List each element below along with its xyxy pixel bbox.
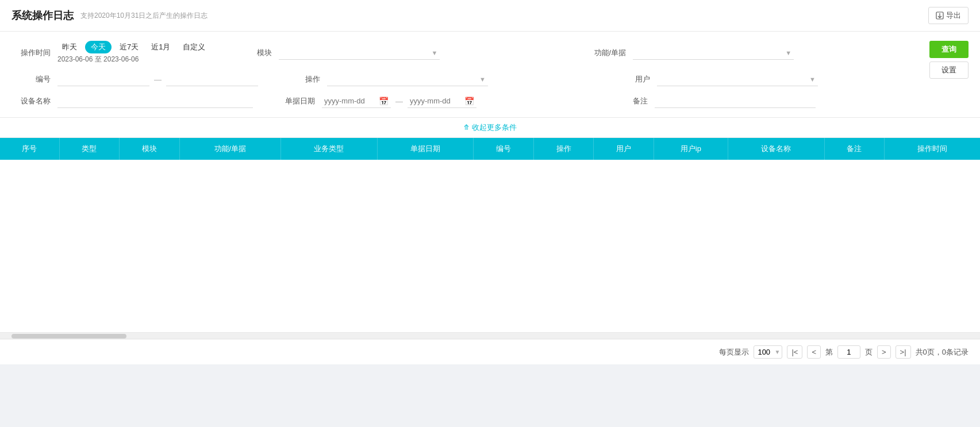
scrollbar-inner — [0, 334, 980, 339]
filter-row-3: 设备名称 单据日期 📅 — 📅 备注 — [11, 94, 918, 108]
table-container: 序号类型模块功能/单据业务类型单据日期编号操作用户用户ip设备名称备注操作时间 — [0, 138, 980, 332]
data-table: 序号类型模块功能/单据业务类型单据日期编号操作用户用户ip设备名称备注操作时间 — [0, 138, 980, 160]
settings-button[interactable]: 设置 — [929, 61, 969, 79]
feature-label: 功能/单据 — [587, 48, 633, 58]
filter-rows: 操作时间 昨天 今天 近7天 近1月 自定义 2023-06-06 至 2023… — [11, 41, 918, 108]
time-buttons: 昨天 今天 近7天 近1月 自定义 — [57, 41, 210, 53]
scrollbar-area[interactable] — [0, 332, 980, 339]
table-header-cell: 功能/单据 — [179, 138, 280, 160]
module-select-wrapper: ▼ — [279, 46, 440, 60]
operation-time-label: 操作时间 — [11, 48, 57, 58]
collapse-label: 收起更多条件 — [472, 123, 517, 132]
calendar-to-icon[interactable]: 📅 — [464, 97, 474, 106]
device-label: 设备名称 — [11, 96, 57, 106]
filter-row-2: 编号 — 操作 ▼ 用户 — [11, 72, 918, 86]
table-header-cell: 类型 — [59, 138, 119, 160]
feature-select[interactable] — [633, 46, 794, 60]
operation-group: 操作 ▼ — [281, 72, 588, 86]
number-from-input[interactable] — [57, 72, 149, 86]
scrollbar-thumb[interactable] — [11, 334, 126, 338]
page-header: 系统操作日志 支持2020年10月31日之后产生的操作日志 导出 — [0, 0, 980, 32]
time-btn-yesterday[interactable]: 昨天 — [57, 41, 82, 53]
feature-group: 功能/单据 ▼ — [587, 46, 918, 60]
page-label: 第 — [825, 347, 833, 357]
pagination-bar: 每页显示 50 100 200 500 ▼ |< < 第 页 > >| 共0页，… — [0, 339, 980, 364]
empty-area — [0, 160, 980, 332]
module-group: 模块 ▼ — [233, 46, 564, 60]
device-input[interactable] — [57, 94, 253, 108]
module-select[interactable] — [279, 46, 440, 60]
query-button[interactable]: 查询 — [929, 41, 969, 58]
collapse-bar[interactable]: ⤊ 收起更多条件 — [0, 118, 980, 138]
table-header-cell: 备注 — [824, 138, 884, 160]
table-header-cell: 用户ip — [654, 138, 728, 160]
table-header-cell: 设备名称 — [728, 138, 824, 160]
table-header-cell: 业务类型 — [281, 138, 378, 160]
time-btn-1month[interactable]: 近1月 — [147, 41, 175, 53]
date-from-wrapper: 📅 — [322, 94, 391, 108]
page-input[interactable] — [837, 345, 860, 359]
date-range-display: 2023-06-06 至 2023-06-06 — [57, 55, 210, 64]
user-group: 用户 ▼ — [611, 72, 918, 86]
filter-panel: 操作时间 昨天 今天 近7天 近1月 自定义 2023-06-06 至 2023… — [0, 32, 980, 118]
page-size-wrapper: 50 100 200 500 ▼ — [754, 345, 782, 359]
collapse-icon: ⤊ — [463, 123, 470, 132]
filter-rows-wrapper: 操作时间 昨天 今天 近7天 近1月 自定义 2023-06-06 至 2023… — [11, 41, 969, 108]
table-header-cell: 模块 — [120, 138, 179, 160]
number-label: 编号 — [11, 74, 57, 84]
operation-label: 操作 — [281, 74, 327, 84]
time-btn-7days[interactable]: 近7天 — [115, 41, 143, 53]
operation-select[interactable] — [327, 72, 488, 86]
time-col: 昨天 今天 近7天 近1月 自定义 2023-06-06 至 2023-06-0… — [57, 41, 210, 64]
page-subtitle: 支持2020年10月31日之后产生的操作日志 — [80, 11, 207, 21]
export-button[interactable]: 导出 — [928, 7, 969, 24]
number-to-input[interactable] — [166, 72, 258, 86]
feature-select-wrapper: ▼ — [633, 46, 794, 60]
table-header-cell: 用户 — [594, 138, 654, 160]
module-label: 模块 — [233, 48, 279, 58]
action-buttons: 查询 设置 — [929, 41, 969, 79]
date-group: 单据日期 📅 — 📅 — [276, 94, 586, 108]
page-size-select[interactable]: 50 100 200 500 — [754, 345, 782, 359]
date-dash: — — [395, 97, 403, 106]
table-header-cell: 序号 — [0, 138, 59, 160]
remark-label: 备注 — [609, 96, 655, 106]
last-page-button[interactable]: >| — [896, 345, 911, 359]
page-unit: 页 — [865, 347, 873, 357]
table-header-cell: 单据日期 — [377, 138, 474, 160]
remark-input[interactable] — [655, 94, 816, 108]
export-icon — [936, 11, 944, 20]
time-btn-custom[interactable]: 自定义 — [178, 41, 210, 53]
table-header-cell: 操作 — [533, 138, 593, 160]
calendar-from-icon[interactable]: 📅 — [379, 97, 389, 106]
time-btn-today[interactable]: 今天 — [85, 41, 112, 53]
table-header-cell: 操作时间 — [884, 138, 980, 160]
number-dash: — — [154, 75, 162, 84]
user-select[interactable] — [657, 72, 818, 86]
remark-group: 备注 — [609, 94, 918, 108]
operation-select-wrapper: ▼ — [327, 72, 488, 86]
filter-row-1: 操作时间 昨天 今天 近7天 近1月 自定义 2023-06-06 至 2023… — [11, 41, 918, 64]
table-header-cell: 编号 — [474, 138, 533, 160]
table-header-row: 序号类型模块功能/单据业务类型单据日期编号操作用户用户ip设备名称备注操作时间 — [0, 138, 980, 160]
next-page-button[interactable]: > — [877, 345, 891, 359]
date-to-wrapper: 📅 — [408, 94, 476, 108]
first-page-button[interactable]: |< — [787, 345, 802, 359]
user-select-wrapper: ▼ — [657, 72, 818, 86]
user-label: 用户 — [611, 74, 657, 84]
prev-page-button[interactable]: < — [807, 345, 821, 359]
date-label: 单据日期 — [276, 96, 322, 106]
page-summary: 共0页，0条记录 — [916, 347, 969, 357]
page-size-label: 每页显示 — [719, 347, 749, 357]
page-title: 系统操作日志 — [11, 9, 74, 22]
